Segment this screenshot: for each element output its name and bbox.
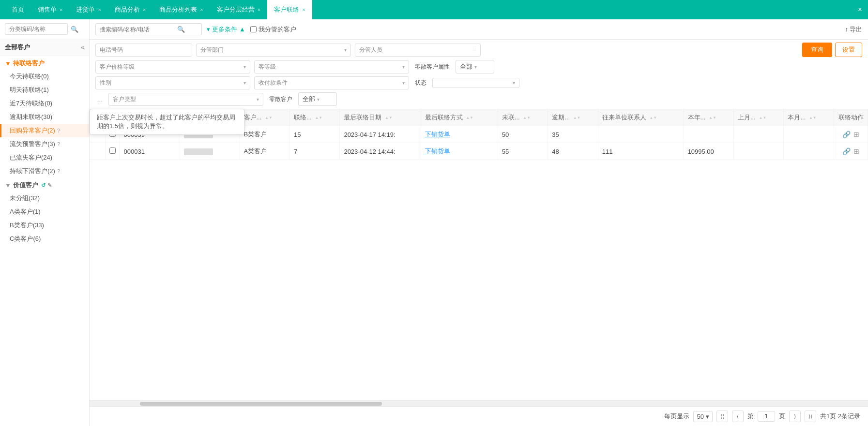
sidebar-item-a-class[interactable]: A类客户(1)	[0, 205, 89, 219]
nav-item-product-analysis-list[interactable]: 商品分析列表 ×	[152, 0, 210, 19]
no-contact-sort-icon[interactable]: ▲▼	[523, 116, 531, 120]
total-label: 共1页 2条记录	[820, 412, 860, 421]
value-group-edit-icon[interactable]: ✎	[47, 182, 52, 189]
page-size-select[interactable]: 50 ▾	[693, 411, 712, 422]
row-last-method-link[interactable]: 下销货单	[425, 131, 450, 138]
nav-close-customer-contact[interactable]: ×	[302, 7, 305, 13]
sidebar-item-today-pending[interactable]: 今天待联络(0)	[0, 70, 89, 83]
nav-close-product-analysis[interactable]: ×	[143, 7, 146, 13]
lost-pre-help-icon[interactable]: ?	[57, 141, 60, 147]
repurchase-help-icon[interactable]: ?	[57, 128, 60, 133]
gender-arrow: ▾	[244, 80, 246, 86]
nav-item-product-analysis[interactable]: 商品分析 ×	[108, 0, 152, 19]
price-level-field[interactable]: 客户价格等级 ▾	[95, 60, 250, 73]
table-row: 000031 A类客户 7 2023-04-12 14:44: 下销货单 55 …	[90, 143, 868, 160]
customer-type-field[interactable]: 客户类型 ▾	[108, 93, 263, 106]
last-method-sort-icon[interactable]: ▲▼	[466, 116, 473, 120]
row-actions: 🔗 ⊞	[834, 143, 868, 160]
row-action-link-icon[interactable]: 🔗	[842, 147, 851, 155]
nav-item-home[interactable]: 首页	[5, 0, 31, 19]
main-search-input[interactable]	[100, 26, 177, 33]
phone-field[interactable]: 电话号码	[95, 44, 192, 57]
row-action-grid-icon[interactable]: ⊞	[853, 147, 859, 155]
status-field[interactable]: ▾	[432, 78, 519, 88]
sidebar-pending-group: ▼ 待联络客户	[0, 56, 89, 70]
customer-level-arrow: ▾	[402, 64, 405, 70]
next-page-btn[interactable]: ⟩	[789, 411, 801, 422]
sidebar-item-ungroup[interactable]: 未分组(32)	[0, 191, 89, 205]
row-action-link-icon[interactable]: 🔗	[842, 131, 851, 138]
retail-attr-select[interactable]: 全部 ▾	[456, 60, 494, 73]
sidebar-collapse-icon: «	[81, 44, 84, 51]
payment-field[interactable]: 收付款条件 ▾	[254, 76, 409, 89]
nav-item-customer-tier[interactable]: 客户分层经营 ×	[210, 0, 267, 19]
nav-close-product-analysis-list[interactable]: ×	[200, 7, 203, 13]
filter-dots[interactable]: ...	[95, 96, 105, 103]
nav-item-purchase[interactable]: 进货单 ×	[69, 0, 107, 19]
person-field[interactable]: 分管人员 ···	[355, 44, 481, 57]
sidebar-item-declining[interactable]: 持续下滑客户(2) ?	[0, 164, 89, 178]
horizontal-scrollbar[interactable]	[90, 400, 868, 406]
this-month-sort-icon[interactable]: ▲▼	[809, 116, 817, 120]
window-close-button[interactable]: ×	[858, 5, 862, 14]
nav-close-customer-tier[interactable]: ×	[258, 7, 260, 13]
sidebar-item-7days-pending[interactable]: 近7天待联络(0)	[0, 97, 89, 110]
gender-field[interactable]: 性别 ▾	[95, 76, 250, 89]
row-no-contact: 55	[498, 143, 548, 160]
export-button[interactable]: ↑ 导出	[845, 25, 863, 34]
row-last-date: 2023-04-12 14:44:	[340, 143, 421, 160]
my-customer-checkbox[interactable]	[250, 26, 257, 32]
nav-item-customer-contact[interactable]: 客户联络 ×	[267, 0, 312, 19]
col-header-last-date: 最后联络日期 ▲▼	[340, 109, 421, 126]
row-last-method-link[interactable]: 下销货单	[425, 147, 450, 155]
sidebar-all-customers[interactable]: 全部客户 «	[0, 39, 89, 56]
sidebar-item-tomorrow-pending[interactable]: 明天待联络(1)	[0, 83, 89, 97]
last-date-sort-icon[interactable]: ▲▼	[385, 116, 393, 120]
nav-close-sales[interactable]: ×	[60, 7, 62, 13]
retail-customer-select[interactable]: 全部 ▾	[298, 92, 337, 106]
last-month-sort-icon[interactable]: ▲▼	[759, 116, 766, 120]
overdue-sort-icon[interactable]: ▲▼	[573, 116, 581, 120]
first-page-btn[interactable]: ⟨⟨	[716, 411, 728, 422]
scroll-thumb[interactable]	[140, 402, 382, 406]
row-checkbox-cell[interactable]	[105, 143, 120, 160]
contact-sort-icon[interactable]: ▲▼	[315, 116, 322, 120]
row-no-contact: 50	[498, 126, 548, 143]
sidebar-item-lost[interactable]: 已流失客户(24)	[0, 151, 89, 164]
col-header-overdue: 逾期... ▲▼	[548, 109, 598, 126]
row-customer-type: A类客户	[240, 143, 289, 160]
more-conditions-btn[interactable]: ▾ 更多条件 ▲	[207, 25, 245, 34]
declining-help-icon[interactable]: ?	[57, 168, 60, 174]
prev-page-btn[interactable]: ⟨	[732, 411, 744, 422]
row-last-date: 2023-04-17 14:19:	[340, 126, 421, 143]
sidebar-search-icon[interactable]: 🔍	[71, 26, 78, 33]
customer-level-field[interactable]: 客等级 ▾	[254, 60, 409, 73]
my-customer-checkbox-label[interactable]: 我分管的客户	[250, 25, 296, 34]
nav-close-purchase[interactable]: ×	[98, 7, 101, 13]
row-action-grid-icon[interactable]: ⊞	[853, 131, 859, 138]
sidebar-item-overdue-pending[interactable]: 逾期未联络(30)	[0, 110, 89, 124]
retail-attr-label: 零散客户属性	[413, 63, 452, 71]
sidebar-item-lost-pre[interactable]: 流失预警客户(3) ?	[0, 137, 89, 151]
person-arrow-icon: ···	[472, 47, 476, 53]
this-year-sort-icon[interactable]: ▲▼	[709, 116, 716, 120]
query-button[interactable]: 查询	[802, 43, 832, 57]
row-this-year: 10995.00	[684, 143, 733, 160]
main-search-icon[interactable]: 🔍	[177, 26, 185, 33]
row-checkbox-1[interactable]	[109, 147, 116, 154]
last-page-btn[interactable]: ⟩⟩	[805, 411, 816, 422]
main-search-wrap: 🔍	[95, 23, 202, 35]
unit-contact-sort-icon[interactable]: ▲▼	[649, 116, 657, 120]
dept-field[interactable]: 分管部门 ▾	[196, 44, 351, 57]
page-input[interactable]	[758, 411, 775, 422]
value-group-refresh-icon[interactable]: ↺	[41, 182, 46, 189]
sidebar-item-repurchase-abnormal[interactable]: 回购异常客户(2) ?	[0, 124, 89, 137]
type-sort-icon[interactable]: ▲▼	[265, 116, 273, 120]
row-overdue: 48	[548, 143, 598, 160]
row-settings-icon	[90, 143, 105, 160]
sidebar-search-input[interactable]	[5, 23, 68, 35]
sidebar-item-b-class[interactable]: B类客户(33)	[0, 219, 89, 232]
nav-item-sales[interactable]: 销售单 ×	[31, 0, 69, 19]
setting-button[interactable]: 设置	[835, 43, 862, 57]
sidebar-item-c-class[interactable]: C类客户(6)	[0, 232, 89, 246]
